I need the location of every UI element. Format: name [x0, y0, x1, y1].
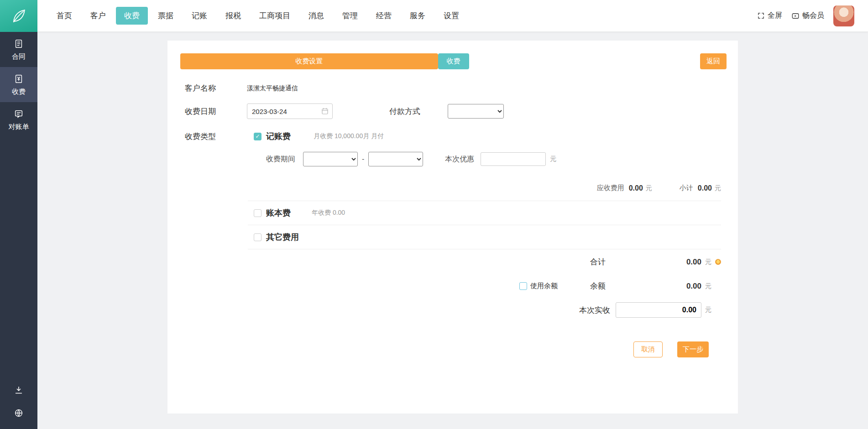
back-button[interactable]: 返回: [700, 53, 727, 69]
use-balance-toggle[interactable]: 使用余额: [519, 282, 558, 290]
bookkeeping-fee-checkbox[interactable]: [254, 133, 261, 140]
discount-input[interactable]: [481, 152, 546, 166]
coin-icon: [715, 259, 721, 265]
nav-item-fee[interactable]: 收费: [116, 7, 148, 25]
nav-item-invoice[interactable]: 票据: [150, 7, 182, 25]
nav-item-service[interactable]: 服务: [402, 7, 434, 25]
use-balance-checkbox[interactable]: [519, 282, 527, 290]
discount-unit: 元: [550, 155, 556, 163]
download-icon[interactable]: [14, 385, 24, 395]
receivable-value: 0.00: [629, 184, 643, 192]
sidebar-item-contract[interactable]: 合同: [0, 32, 37, 67]
ledger-fee-checkbox[interactable]: [254, 209, 261, 217]
nav-item-settings[interactable]: 设置: [435, 7, 467, 25]
total-label: 合计: [590, 257, 606, 267]
discount-label: 本次优惠: [445, 155, 474, 164]
sidebar-item-fee[interactable]: 收费: [0, 67, 37, 102]
charge-date-label: 收费日期: [185, 106, 247, 117]
statement-icon: [14, 109, 24, 119]
sidebar-item-label: 合同: [12, 52, 26, 61]
nav-item-tax[interactable]: 报税: [217, 7, 249, 25]
fee-icon: [14, 74, 24, 84]
charge-type-row: 收费类型 记账费 月收费 10,000.00月 月付: [167, 131, 738, 142]
app-root: 合同 收费 对账单: [0, 0, 868, 429]
nav-item-customer[interactable]: 客户: [82, 7, 114, 25]
charge-date-input[interactable]: [247, 103, 333, 119]
content-area: 收费设置 收费 返回 客户名称 漾潆太平畅捷通信 收费日期: [37, 32, 868, 429]
customer-row: 客户名称 漾潆太平畅捷通信: [167, 83, 738, 93]
charge-period-row: 收费期间 - 本次优惠 元: [167, 152, 738, 166]
other-fee-checkbox[interactable]: [254, 233, 261, 241]
other-fee-name: 其它费用: [266, 232, 299, 243]
next-step-button[interactable]: 下一步: [677, 341, 709, 357]
period-end-select[interactable]: [368, 152, 423, 166]
divider: [248, 249, 721, 249]
sidebar-item-label: 对账单: [9, 123, 29, 131]
fullscreen-label: 全屏: [768, 11, 782, 21]
other-fee-row: 其它费用: [167, 225, 738, 249]
charge-date-field: [247, 103, 333, 119]
actual-received-label: 本次实收: [579, 305, 610, 315]
ledger-fee-name: 账本费: [266, 207, 291, 218]
total-unit: 元: [705, 258, 711, 266]
fee-settings-button[interactable]: 收费设置: [180, 53, 438, 69]
form-actions: 取消 下一步: [167, 341, 738, 357]
subtotal-unit: 元: [715, 184, 721, 192]
subtotal-value: 0.00: [698, 184, 712, 192]
sidebar-item-statement[interactable]: 对账单: [0, 102, 37, 137]
nav-item-business-project[interactable]: 工商项目: [251, 7, 298, 25]
charge-form-card: 收费设置 收费 返回 客户名称 漾潆太平畅捷通信 收费日期: [167, 41, 738, 413]
nav-item-message[interactable]: 消息: [300, 7, 332, 25]
payment-method-select[interactable]: [448, 104, 504, 119]
nav-items: 首页 客户 收费 票据 记账 报税 工商项目 消息 管理 经营 服务 设置: [48, 7, 467, 25]
nav-item-bookkeeping[interactable]: 记账: [183, 7, 215, 25]
card-header: 收费设置 收费 返回: [167, 53, 738, 69]
receivable-unit: 元: [646, 184, 652, 192]
leaf-logo-icon: [9, 6, 29, 26]
payment-method-label: 付款方式: [389, 106, 420, 117]
customer-name-label: 客户名称: [185, 83, 247, 93]
member-button[interactable]: 畅会员: [791, 11, 824, 21]
app-logo[interactable]: [0, 0, 37, 32]
date-row: 收费日期 付款方式: [167, 103, 738, 119]
member-label: 畅会员: [802, 11, 824, 21]
customer-name-value: 漾潆太平畅捷通信: [247, 84, 298, 93]
period-separator: -: [362, 155, 364, 163]
fullscreen-icon: [757, 12, 765, 20]
receivable-row: 应收费用 0.00 元 小计 0.00 元: [167, 184, 738, 192]
topnav-right: 全屏 畅会员: [757, 5, 854, 26]
actual-received-unit: 元: [705, 306, 711, 314]
charge-tab-button[interactable]: 收费: [438, 53, 469, 69]
charge-period-label: 收费期间: [266, 155, 295, 164]
nav-item-operation[interactable]: 经营: [368, 7, 400, 25]
subtotal-label: 小计: [680, 184, 693, 192]
total-row: 合计 0.00 元: [167, 257, 738, 267]
total-value: 0.00: [606, 258, 701, 267]
fullscreen-button[interactable]: 全屏: [757, 11, 782, 21]
use-balance-label: 使用余额: [530, 282, 558, 290]
ledger-fee-row: 账本费 年收费 0.00: [167, 201, 738, 225]
period-start-select[interactable]: [303, 152, 358, 166]
balance-row: 使用余额 余额 0.00 元: [167, 281, 738, 291]
cancel-button[interactable]: 取消: [633, 341, 663, 357]
nav-item-management[interactable]: 管理: [334, 7, 366, 25]
bookkeeping-fee-name: 记账费: [266, 131, 291, 142]
contract-icon: [14, 39, 24, 49]
balance-label: 余额: [590, 281, 606, 291]
top-navigation: 首页 客户 收费 票据 记账 报税 工商项目 消息 管理 经营 服务 设置: [37, 0, 868, 32]
sidebar-item-label: 收费: [12, 88, 26, 96]
calendar-icon[interactable]: [321, 107, 329, 115]
balance-unit: 元: [705, 282, 711, 290]
sidebar-bottom: [14, 385, 24, 429]
charge-type-label: 收费类型: [185, 131, 247, 142]
globe-icon[interactable]: [14, 408, 24, 418]
member-video-icon: [791, 12, 800, 20]
avatar[interactable]: [833, 5, 854, 26]
receivable-label: 应收费用: [597, 184, 624, 192]
main-column: 首页 客户 收费 票据 记账 报税 工商项目 消息 管理 经营 服务 设置: [37, 0, 868, 429]
actual-received-input[interactable]: [616, 302, 701, 318]
sidebar: 合同 收费 对账单: [0, 0, 37, 429]
bookkeeping-fee-desc: 月收费 10,000.00月 月付: [314, 132, 384, 140]
nav-item-home[interactable]: 首页: [48, 7, 80, 25]
balance-value: 0.00: [606, 282, 701, 291]
